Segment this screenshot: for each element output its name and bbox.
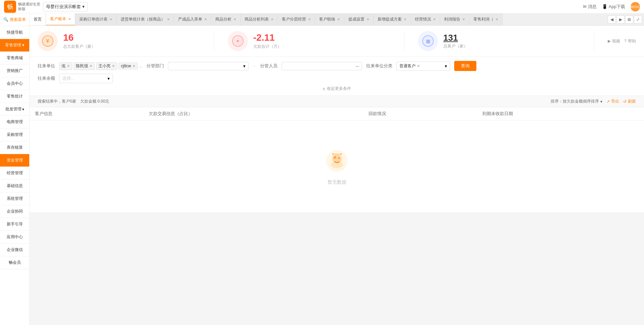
- tab-product-analysis-list-close[interactable]: ✕: [271, 17, 273, 21]
- sidebar-item-capital[interactable]: 资金管理: [0, 154, 29, 167]
- sidebar-item-retail-mall[interactable]: 零售商城: [0, 52, 29, 65]
- tab-prev-button[interactable]: ◀: [608, 15, 616, 24]
- svg-text:▦: ▦: [426, 38, 430, 44]
- message-icon: ✉: [583, 4, 587, 9]
- sidebar-item-quick-nav[interactable]: 快捷导航: [0, 26, 29, 39]
- unit-class-select[interactable]: 普通客户 ✕ ▾: [396, 62, 450, 71]
- video-action[interactable]: ▶ 视频: [608, 38, 620, 44]
- sidebar-item-purchase[interactable]: 采购管理: [0, 129, 29, 141]
- message-action[interactable]: ✉ 消息: [583, 4, 597, 10]
- member-center-label: 会员中心: [7, 81, 23, 86]
- tab-new-promotion[interactable]: 新增提成方案 ✕: [374, 13, 411, 26]
- tab-customer-segment-close[interactable]: ✕: [308, 17, 311, 21]
- empty-state: 暂无数据: [30, 120, 644, 212]
- tab-business-status[interactable]: 经营情况 ✕: [411, 13, 440, 26]
- dept-select-more[interactable]: ···: [253, 64, 256, 68]
- retail-mgmt-label: 零售管理: [5, 43, 21, 47]
- app-center-label: 应用中心: [7, 234, 23, 239]
- sidebar-item-ecommerce[interactable]: 电商管理: [0, 116, 29, 129]
- sidebar-item-wholesale[interactable]: 批发管理 ▾: [0, 103, 29, 116]
- tab-promotion-settings-close[interactable]: ✕: [367, 17, 369, 21]
- sidebar-item-operations[interactable]: 经营管理: [0, 167, 29, 180]
- tab-business-status-close[interactable]: ✕: [433, 17, 436, 21]
- sidebar-item-enterprise-wechat[interactable]: 企业微信: [0, 244, 29, 256]
- sidebar-item-enterprise-collab[interactable]: 企业协同: [0, 205, 29, 218]
- help-action[interactable]: ? 帮助: [624, 38, 636, 44]
- tab-product-analysis-list[interactable]: 商品分析列表 ✕: [241, 13, 278, 26]
- tab-home[interactable]: 首页: [30, 13, 46, 26]
- tab-bar: 首页 客户账本 ✕ 采购订单统计表 ✕ 进货单统计表（按商品） ✕ 产成品入库单…: [30, 13, 644, 26]
- sidebar-item-marketing[interactable]: 营销推广: [0, 65, 29, 77]
- logo-text: 畅捷通好生意标版: [18, 2, 40, 11]
- ecommerce-label: 电商管理: [7, 119, 23, 124]
- tab-profit-report[interactable]: 利润报告 ✕: [440, 13, 469, 26]
- system-label: 系统管理: [7, 196, 23, 201]
- new-guide-label: 新手引导: [7, 222, 23, 226]
- filter-tag-cjttcw: cjttcw ✕: [119, 63, 138, 69]
- operations-label: 经营管理: [7, 171, 23, 175]
- sidebar-item-retail-mgmt[interactable]: 零售管理 ▾: [0, 39, 29, 52]
- filter-more[interactable]: ...: [139, 64, 142, 68]
- refresh-button[interactable]: ↺ 刷新: [623, 99, 636, 104]
- sidebar-item-system[interactable]: 系统管理: [0, 192, 29, 205]
- tab-customer-contact-close[interactable]: ✕: [337, 17, 340, 21]
- page-content: ¥ 16 总欠款客户（家）: [30, 26, 644, 325]
- app-download-action[interactable]: 📱 App下载: [602, 4, 625, 10]
- sidebar-item-app-center[interactable]: 应用中心: [0, 231, 29, 244]
- col-customer-info: 客户信息: [30, 107, 143, 120]
- tab-new-promotion-close[interactable]: ✕: [404, 17, 406, 21]
- sidebar-search[interactable]: 🔍 搜索菜单: [0, 13, 29, 26]
- tab-customer-account-close[interactable]: ✕: [68, 17, 71, 21]
- tab-promotion-settings[interactable]: 提成设置 ✕: [344, 13, 374, 26]
- svg-text:✦: ✦: [236, 38, 240, 44]
- stat-label-1: 总欠款客户（家）: [63, 44, 95, 49]
- capital-label: 资金管理: [7, 158, 23, 162]
- tab-stock-stats-label: 进货单统计表（按商品）: [121, 16, 165, 22]
- sort-select[interactable]: 排序：按欠款金额倒序排序 ▾: [551, 99, 602, 104]
- sidebar-item-basic-info[interactable]: 基础信息: [0, 180, 29, 192]
- tab-product-stock-close[interactable]: ✕: [204, 17, 207, 21]
- manager-select[interactable]: ···: [282, 62, 362, 70]
- tab-purchase-order-close[interactable]: ✕: [110, 17, 112, 21]
- dept-select[interactable]: ▾: [168, 62, 249, 70]
- sidebar-item-new-guide[interactable]: 新手引导: [0, 218, 29, 231]
- tab-customer-segment[interactable]: 客户分层经营 ✕: [278, 13, 315, 26]
- sidebar-item-inventory[interactable]: 库存核算: [0, 141, 29, 154]
- tab-fullscreen-button[interactable]: ⤢: [634, 15, 642, 24]
- tab-product-analysis-close[interactable]: ✕: [233, 17, 236, 21]
- sidebar-item-retail-stats[interactable]: 零售统计: [0, 90, 29, 103]
- stat-info-3: 131 总客户（家）: [443, 33, 468, 49]
- tab-retail-profit[interactable]: 零售利润（ ✕: [469, 13, 503, 26]
- tab-stock-stats-close[interactable]: ✕: [167, 17, 170, 21]
- tab-customer-contact[interactable]: 客户联络 ✕: [315, 13, 344, 26]
- remove-tag-wa[interactable]: ✕: [67, 64, 70, 68]
- remove-tag-chenmq[interactable]: ✕: [89, 64, 92, 68]
- tab-profit-report-close[interactable]: ✕: [462, 17, 465, 21]
- remove-tag-cjttcw[interactable]: ✕: [132, 64, 135, 68]
- username: demo2: [629, 4, 642, 9]
- tab-product-analysis[interactable]: 商品分析 ✕: [211, 13, 241, 26]
- retail-mgmt-arrow: ▾: [22, 43, 24, 47]
- remove-tag-wangxl[interactable]: ✕: [112, 64, 115, 68]
- tab-next-button[interactable]: ▶: [616, 15, 625, 24]
- sidebar-item-member-center[interactable]: 会员中心: [0, 77, 29, 90]
- stat-icon-2: ✦: [228, 31, 248, 51]
- tab-purchase-order[interactable]: 采购订单统计表 ✕: [75, 13, 117, 26]
- tab-stock-stats[interactable]: 进货单统计表（按商品） ✕: [117, 13, 174, 26]
- remove-unit-class[interactable]: ✕: [417, 64, 420, 68]
- tab-retail-profit-close[interactable]: ✕: [496, 17, 498, 21]
- balance-select[interactable]: 选择... ▾: [59, 74, 113, 83]
- export-button[interactable]: ↗ 导出: [606, 99, 619, 104]
- query-button[interactable]: 查询: [454, 61, 476, 71]
- tab-promotion-settings-label: 提成设置: [348, 16, 364, 22]
- tab-expand-button[interactable]: ⊠: [625, 15, 633, 24]
- sidebar-item-pro-member[interactable]: 畅会员: [0, 256, 29, 269]
- collapse-button[interactable]: ∧ 收起更多条件: [38, 86, 636, 92]
- company-select[interactable]: 母婴行业演示帐套 ▾: [43, 2, 88, 11]
- company-name: 母婴行业演示帐套: [46, 4, 81, 10]
- tab-product-stock[interactable]: 产成品入库单 ✕: [174, 13, 211, 26]
- svg-point-13: [340, 153, 342, 155]
- tab-customer-account[interactable]: 客户账本 ✕: [46, 13, 75, 26]
- avatar[interactable]: demo2: [631, 2, 640, 11]
- sidebar-search-label: 搜索菜单: [10, 17, 26, 22]
